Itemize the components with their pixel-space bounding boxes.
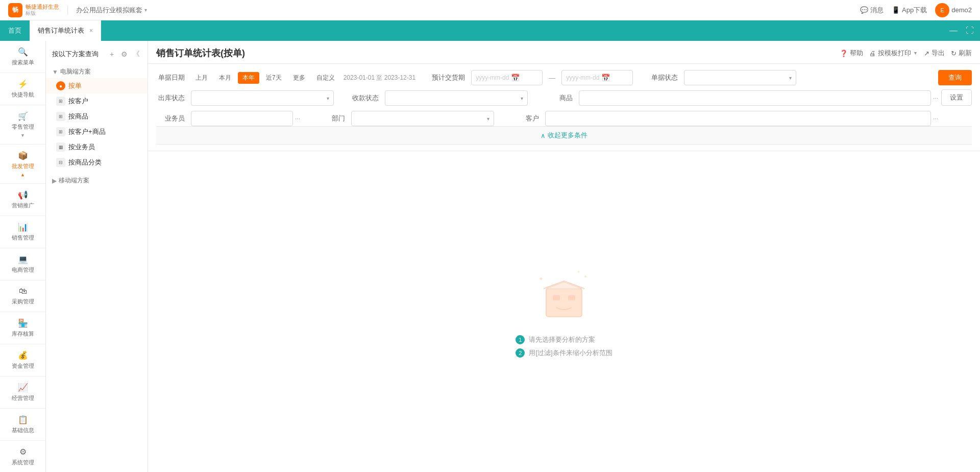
hint-num-2: 2 <box>516 348 525 358</box>
empty-hint-2: 2 用[过滤]条件来缩小分析范围 <box>516 348 612 358</box>
tab-minimize-icon[interactable]: — <box>947 25 960 37</box>
filter-settings-button[interactable]: 设置 <box>941 89 972 106</box>
print-arrow-icon: ▼ <box>913 51 918 56</box>
tab-bar: 首页 销售订单统计表 × — ⛶ <box>0 20 980 41</box>
sidebar-item-marketing[interactable]: 📢 营销推广 <box>0 184 45 216</box>
order-scheme-icon: ● <box>56 81 65 90</box>
empty-illustration: ✦ ✦ ✦ <box>533 266 595 327</box>
add-scheme-btn[interactable]: + <box>107 49 117 59</box>
scheme-by-order[interactable]: ● 按单 <box>46 78 148 93</box>
mobile-scheme-label[interactable]: ▶ 移动端方案 <box>46 174 148 187</box>
export-btn[interactable]: ↗ 导出 <box>924 49 945 58</box>
filter-area: 单据日期 上月 本月 本年 近7天 更多 自定义 2023-01-01 至 20… <box>148 64 980 151</box>
sidebar-item-operations[interactable]: 📈 经营管理 <box>0 376 45 409</box>
date-btn-more[interactable]: 更多 <box>288 72 310 84</box>
date-btn-thismonth[interactable]: 本月 <box>214 72 236 84</box>
empty-state: ✦ ✦ ✦ 1 请先选择要分析的方案 2 用[过滤]条件来缩小分析范围 <box>148 151 980 472</box>
basics-icon: 📋 <box>18 415 28 424</box>
sidebar-item-wholesale[interactable]: 📦 批发管理 ▲ <box>0 145 45 184</box>
scheme-by-product[interactable]: ⊞ 按商品 <box>46 109 148 124</box>
date-btn-7days[interactable]: 近7天 <box>261 72 286 84</box>
logo-area: 畅 畅捷通好生意 标版 <box>8 3 59 17</box>
collapse-panel-btn[interactable]: 《 <box>131 49 141 59</box>
top-bar-left: 畅 畅捷通好生意 标版 办公用品行业模拟账套 ▾ <box>8 3 147 17</box>
filter-row-1: 单据日期 上月 本月 本年 近7天 更多 自定义 2023-01-01 至 20… <box>156 70 938 85</box>
sidebar: 🔍 搜索菜单 ⚡ 快捷导航 🛒 零售管理 ▼ 📦 批发管理 ▲ 📢 营销推广 📊… <box>0 41 46 472</box>
staff-input[interactable] <box>191 111 293 126</box>
tab-home[interactable]: 首页 <box>0 20 30 41</box>
filter-inputs-area: 单据日期 上月 本月 本年 近7天 更多 自定义 2023-01-01 至 20… <box>156 70 938 126</box>
scheme-by-staff[interactable]: ▦ 按业务员 <box>46 139 148 155</box>
tab-close-icon[interactable]: × <box>89 27 93 34</box>
scheme-by-cust-prod[interactable]: ⊞ 按客户+商品 <box>46 124 148 139</box>
customer-more-icon[interactable]: ··· <box>933 115 938 122</box>
tab-expand-icon[interactable]: ⛶ <box>964 25 976 37</box>
content-area: 按以下方案查询 + ⚙ 《 ▼ 电脑端方案 ● 按单 ⊞ 按客户 <box>46 41 980 472</box>
customer-input[interactable] <box>545 111 931 126</box>
status-label: 单据状态 <box>649 73 678 82</box>
expected-date-to[interactable]: yyyy-mm-dd 📅 <box>561 70 633 85</box>
sidebar-item-search-menu[interactable]: 🔍 搜索菜单 <box>0 41 45 73</box>
hint-num-1: 1 <box>516 335 525 344</box>
goods-more-icon[interactable]: ··· <box>933 95 938 102</box>
scheme-settings-btn[interactable]: ⚙ <box>119 49 129 59</box>
user-menu[interactable]: E demo2 <box>935 3 972 17</box>
filter-row-3: 业务员 ··· 部门 ▾ <box>156 111 938 126</box>
pay-status-select[interactable]: ▾ <box>385 90 528 106</box>
scheme-expand-icon: ▼ <box>52 68 58 76</box>
collapse-btn[interactable]: ∧ 收起更多条件 <box>541 131 587 140</box>
date-btn-thisyear[interactable]: 本年 <box>238 72 259 84</box>
sidebar-item-basics[interactable]: 📋 基础信息 <box>0 409 45 441</box>
out-status-select[interactable]: ▾ <box>191 90 334 106</box>
scheme-by-customer[interactable]: ⊞ 按客户 <box>46 93 148 109</box>
expected-date-from[interactable]: yyyy-mm-dd 📅 <box>471 70 543 85</box>
date-btn-custom[interactable]: 自定义 <box>312 72 339 84</box>
filter-row-2: 出库状态 ▾ 收款状态 ▾ 商品 <box>156 90 938 106</box>
logo-text: 畅捷通好生意 标版 <box>26 4 59 16</box>
logo-icon: 畅 <box>8 3 22 17</box>
sidebar-item-inventory[interactable]: 🏪 库存核算 <box>0 312 45 344</box>
left-panel-title: 按以下方案查询 <box>52 50 99 59</box>
svg-rect-0 <box>546 289 582 317</box>
calendar-icon-2: 📅 <box>601 74 610 82</box>
flash-icon: ⚡ <box>18 79 28 89</box>
sidebar-item-ecommerce[interactable]: 💻 电商管理 <box>0 248 45 280</box>
help-btn[interactable]: ❓ 帮助 <box>840 49 863 58</box>
refresh-btn[interactable]: ↻ 刷新 <box>951 49 972 58</box>
ecommerce-icon: 💻 <box>18 254 28 264</box>
export-icon: ↗ <box>924 50 929 57</box>
sidebar-item-retail[interactable]: 🛒 零售管理 ▼ <box>0 105 45 145</box>
staff-more-icon[interactable]: ··· <box>295 115 300 122</box>
app-title[interactable]: 办公用品行业模拟账套 ▾ <box>76 6 147 15</box>
status-select[interactable]: ▾ <box>684 70 796 85</box>
collapse-bar[interactable]: ∧ 收起更多条件 <box>156 126 972 145</box>
purchase-icon: 🛍 <box>19 287 27 296</box>
page-header-actions: ❓ 帮助 🖨 按模板打印 ▼ ↗ 导出 ↻ 刷新 <box>840 49 972 58</box>
pay-status-label: 收款状态 <box>350 93 379 103</box>
customer-label: 客户 <box>510 114 539 123</box>
sidebar-item-quick-nav[interactable]: ⚡ 快捷导航 <box>0 73 45 105</box>
date-btn-group: 上月 本月 本年 近7天 更多 自定义 2023-01-01 至 2023-12… <box>191 72 415 84</box>
print-btn[interactable]: 🖨 按模板打印 ▼ <box>869 49 918 58</box>
category-scheme-icon: ⊟ <box>56 158 65 167</box>
top-bar: 畅 畅捷通好生意 标版 办公用品行业模拟账套 ▾ 💬 消息 📱 App下载 E … <box>0 0 980 20</box>
desktop-scheme-label[interactable]: ▼ 电脑端方案 <box>46 65 148 78</box>
message-btn[interactable]: 💬 消息 <box>860 6 884 15</box>
sidebar-item-finance[interactable]: 💰 资金管理 <box>0 344 45 376</box>
sidebar-item-system[interactable]: ⚙ 系统管理 <box>0 441 45 472</box>
filter-right-buttons: 查询 设置 <box>938 70 972 126</box>
app-download-btn[interactable]: 📱 App下载 <box>892 6 927 15</box>
dept-select[interactable]: ▾ <box>351 111 494 126</box>
marketing-icon: 📢 <box>18 190 28 200</box>
calendar-icon-1: 📅 <box>511 74 520 82</box>
search-button[interactable]: 查询 <box>938 70 972 85</box>
left-panel-actions: + ⚙ 《 <box>107 49 141 59</box>
date-btn-lastmonth[interactable]: 上月 <box>191 72 212 84</box>
sidebar-item-purchase[interactable]: 🛍 采购管理 <box>0 280 45 312</box>
tab-stats[interactable]: 销售订单统计表 × <box>30 20 101 41</box>
staff-label: 业务员 <box>156 114 185 123</box>
sidebar-item-sales[interactable]: 📊 销售管理 <box>0 216 45 248</box>
download-icon: 📱 <box>892 6 900 14</box>
scheme-by-category[interactable]: ⊟ 按商品分类 <box>46 155 148 170</box>
goods-input[interactable] <box>579 90 931 106</box>
